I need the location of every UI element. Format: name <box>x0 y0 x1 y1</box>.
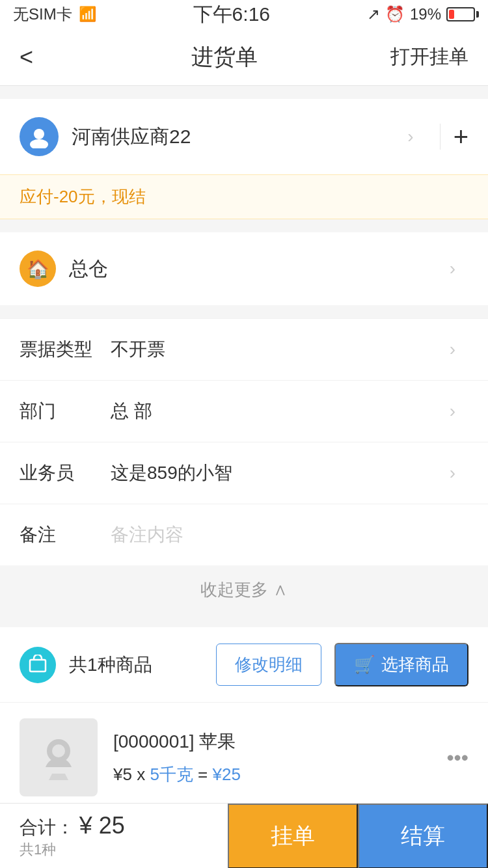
product-info: [0000001] 苹果 ¥5 x 5千克 = ¥25 <box>113 729 431 786</box>
svg-point-1 <box>30 139 48 148</box>
supplier-row[interactable]: 河南供应商22 › + <box>0 99 488 174</box>
alarm-icon: ⏰ <box>385 5 405 23</box>
battery-label: 19% <box>410 5 441 23</box>
price-equals: = <box>193 765 213 784</box>
gap-4 <box>0 614 488 627</box>
warehouse-row[interactable]: 🏠 总仓 › <box>0 232 488 305</box>
price-base: ¥5 x <box>113 765 150 784</box>
cart-icon: 🛒 <box>354 655 375 675</box>
footer-total: 合计： ¥ 25 共1种 <box>0 812 228 860</box>
warehouse-section: 🏠 总仓 › <box>0 232 488 305</box>
supplier-avatar <box>20 117 59 156</box>
warehouse-icon: 🏠 <box>20 251 56 287</box>
salesman-value: 这是859的小智 <box>111 461 450 485</box>
products-icon <box>20 647 56 683</box>
footer: 合计： ¥ 25 共1种 挂单 结算 <box>0 803 488 868</box>
invoice-chevron-icon: › <box>450 339 455 360</box>
remark-label: 备注 <box>20 522 111 547</box>
chevron-right-icon: › <box>407 126 413 147</box>
warehouse-chevron-icon: › <box>450 258 455 279</box>
product-name: [0000001] 苹果 <box>113 729 431 754</box>
edit-detail-button[interactable]: 修改明细 <box>216 644 321 686</box>
product-code: [0000001] <box>113 731 195 752</box>
status-right: ↗ ⏰ 19% <box>367 5 475 23</box>
remark-row[interactable]: 备注 备注内容 <box>0 504 488 565</box>
page-title: 进货单 <box>191 42 258 72</box>
department-row[interactable]: 部门 总 部 › <box>0 380 488 442</box>
total-amount: ¥ 25 <box>79 812 125 839</box>
product-price: ¥5 x 5千克 = ¥25 <box>113 763 431 786</box>
department-value: 总 部 <box>111 399 450 424</box>
select-product-button[interactable]: 🛒 选择商品 <box>334 643 468 686</box>
wifi-icon: 📶 <box>79 6 96 23</box>
nav-bar: < 进货单 打开挂单 <box>0 29 488 86</box>
department-label: 部门 <box>20 399 111 424</box>
time-label: 下午6:16 <box>193 1 270 28</box>
product-title: 苹果 <box>199 731 236 752</box>
products-header: 共1种商品 修改明细 🛒 选择商品 <box>0 627 488 702</box>
battery-icon <box>446 7 475 21</box>
invoice-row[interactable]: 票据类型 不开票 › <box>0 318 488 380</box>
price-qty: 5千克 <box>150 765 193 784</box>
svg-point-0 <box>34 129 44 139</box>
collapse-bar[interactable]: 收起更多 ∧ <box>0 565 488 614</box>
divider <box>440 124 441 150</box>
settle-button[interactable]: 结算 <box>358 804 488 869</box>
location-icon: ↗ <box>367 5 380 23</box>
footer-total-line: 合计： ¥ 25 <box>20 812 208 840</box>
open-hang-button[interactable]: 打开挂单 <box>390 44 468 70</box>
product-thumbnail <box>20 718 98 796</box>
department-chevron-icon: › <box>450 401 455 422</box>
svg-rect-2 <box>30 660 46 671</box>
svg-point-4 <box>52 744 65 757</box>
gap-1 <box>0 86 488 99</box>
supplier-name: 河南供应商22 <box>72 124 407 150</box>
salesman-chevron-icon: › <box>450 463 455 483</box>
total-label: 合计： <box>20 817 74 837</box>
products-count: 共1种商品 <box>69 653 203 677</box>
total-sub: 共1种 <box>20 840 208 860</box>
notice-bar: 应付-20元，现结 <box>0 174 488 219</box>
gap-2 <box>0 219 488 232</box>
add-supplier-button[interactable]: + <box>454 122 468 152</box>
products-section: 共1种商品 修改明细 🛒 选择商品 [0000001] 苹果 ¥5 x 5千克 … <box>0 627 488 812</box>
salesman-label: 业务员 <box>20 461 111 485</box>
invoice-label: 票据类型 <box>20 337 111 362</box>
remark-placeholder[interactable]: 备注内容 <box>111 522 468 547</box>
back-button[interactable]: < <box>20 44 59 71</box>
supplier-section: 河南供应商22 › + 应付-20元，现结 <box>0 99 488 219</box>
status-left: 无SIM卡 📶 <box>13 4 96 25</box>
gap-3 <box>0 305 488 318</box>
carrier-label: 无SIM卡 <box>13 4 72 25</box>
form-section: 票据类型 不开票 › 部门 总 部 › 业务员 这是859的小智 › 备注 备注… <box>0 318 488 565</box>
warehouse-name: 总仓 <box>69 256 450 282</box>
price-total: ¥25 <box>212 765 240 784</box>
product-item: [0000001] 苹果 ¥5 x 5千克 = ¥25 ••• <box>0 702 488 812</box>
salesman-row[interactable]: 业务员 这是859的小智 › <box>0 442 488 504</box>
hang-button[interactable]: 挂单 <box>228 804 358 869</box>
product-more-button[interactable]: ••• <box>446 746 468 770</box>
status-bar: 无SIM卡 📶 下午6:16 ↗ ⏰ 19% <box>0 0 488 29</box>
invoice-value: 不开票 <box>111 337 450 362</box>
